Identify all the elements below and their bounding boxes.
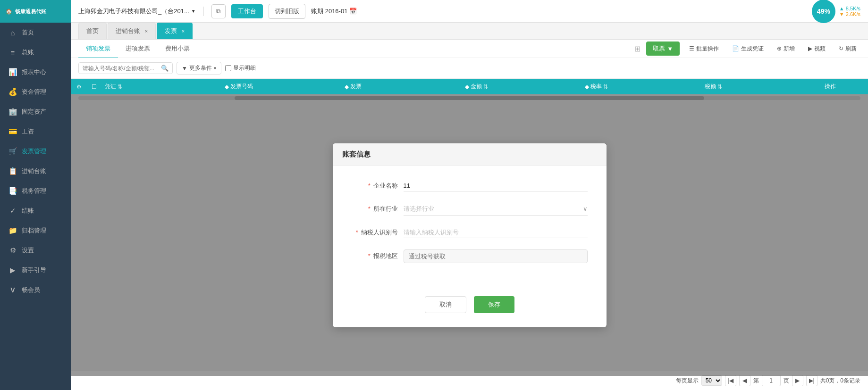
plus-icon: ⊕ bbox=[777, 45, 782, 52]
sort-icon-3: ⇅ bbox=[603, 83, 608, 90]
sidebar-item-purchase[interactable]: 📋 进销台账 bbox=[0, 161, 71, 181]
show-detail-checkbox[interactable]: 显示明细 bbox=[225, 64, 256, 72]
speed-up: ▲ 8.5K/s bbox=[839, 6, 860, 11]
col-voucher[interactable]: 凭证 ⇅ bbox=[105, 83, 221, 91]
topbar-copy-btn[interactable]: ⧉ bbox=[211, 4, 226, 18]
sort-icon: ⇅ bbox=[118, 83, 122, 90]
gen-voucher-button[interactable]: 📄 生成凭证 bbox=[728, 43, 767, 55]
save-button[interactable]: 保存 bbox=[474, 296, 514, 313]
switch-old-button[interactable]: 切到旧版 bbox=[269, 4, 305, 19]
per-page-select[interactable]: 50 bbox=[701, 375, 722, 386]
search-input[interactable] bbox=[83, 65, 161, 72]
col-invoice-no[interactable]: ◆ 发票号码 bbox=[225, 83, 341, 91]
subtab-expense[interactable]: 费用小票 bbox=[158, 40, 197, 58]
sidebar-item-label: 固定资产 bbox=[22, 108, 46, 116]
form-row-industry: * 所在行业 请选择行业 ∨ bbox=[352, 203, 588, 216]
total-info: 共0页，0条记录 bbox=[820, 377, 860, 385]
col-tax-rate[interactable]: ◆ 税率 ⇅ bbox=[585, 83, 701, 91]
content-area: 销项发票 进项发票 费用小票 ⊞ 取票 ▼ ☰ 批量操作 bbox=[71, 40, 868, 390]
sidebar-item-settings[interactable]: ⚙ 设置 bbox=[0, 241, 71, 260]
form-row-company: * 企业名称 bbox=[352, 180, 588, 191]
sidebar-item-reports[interactable]: 📊 报表中心 bbox=[0, 62, 71, 82]
tab-invoice[interactable]: 发票 × bbox=[157, 23, 193, 39]
gear-header-icon[interactable]: ⚙ bbox=[76, 83, 88, 90]
main-area: 上海卯金刀电子科技有限公司_（台201... ▼ ⧉ 工作台 切到旧版 账期 2… bbox=[71, 0, 868, 390]
per-page-label: 每页显示 bbox=[676, 377, 699, 385]
home-icon: ⌂ bbox=[8, 29, 17, 37]
col-tax-amount[interactable]: 税额 ⇅ bbox=[705, 83, 821, 91]
subtab-sales[interactable]: 销项发票 bbox=[78, 40, 118, 58]
arrow-icon-3: ◆ bbox=[465, 83, 469, 90]
company-selector[interactable]: 上海卯金刀电子科技有限公司_（台201... ▼ bbox=[78, 7, 196, 16]
sidebar-item-funds[interactable]: 💰 资金管理 bbox=[0, 82, 71, 102]
checkbox-header[interactable]: ☐ bbox=[92, 83, 101, 90]
new-button[interactable]: ⊕ 新增 bbox=[773, 43, 799, 55]
first-page-button[interactable]: |◀ bbox=[725, 375, 736, 386]
speed-indicator: 49% bbox=[812, 0, 835, 23]
subtab-purchase[interactable]: 进项发票 bbox=[118, 40, 158, 58]
archive-icon: 📁 bbox=[8, 226, 17, 235]
calendar-icon[interactable]: 📅 bbox=[349, 8, 357, 15]
col-invoice[interactable]: ◆ 发票 bbox=[345, 83, 461, 91]
period-label: 账期 bbox=[311, 7, 323, 16]
cancel-button[interactable]: 取消 bbox=[425, 296, 466, 313]
sidebar-item-tax[interactable]: 📑 税务管理 bbox=[0, 181, 71, 201]
sidebar-item-label: 设置 bbox=[22, 246, 34, 255]
last-page-button[interactable]: ▶| bbox=[806, 375, 817, 386]
batch-icon: ☰ bbox=[689, 45, 694, 52]
search-box[interactable]: 🔍 bbox=[78, 62, 173, 74]
modal-overlay: 账套信息 * 企业名称 * bbox=[71, 94, 868, 376]
sidebar-item-guide[interactable]: ▶ 新手引导 bbox=[0, 260, 71, 280]
reports-icon: 📊 bbox=[8, 68, 17, 76]
tabbar: 首页 进销台账 × 发票 × bbox=[71, 23, 868, 40]
voucher-icon: 📄 bbox=[732, 45, 739, 52]
sort-icon-2: ⇅ bbox=[483, 83, 488, 90]
label-industry: * 所在行业 bbox=[352, 205, 404, 213]
speed-stats: ▲ 8.5K/s ▼ 2.6K/s bbox=[839, 6, 860, 17]
ledger-icon: ≡ bbox=[8, 49, 17, 57]
sidebar-item-home[interactable]: ⌂ 首页 bbox=[0, 23, 71, 42]
company-name: 上海卯金刀电子科技有限公司_（台201... bbox=[78, 7, 189, 16]
settings-icon: ⚙ bbox=[8, 246, 17, 255]
filter-button[interactable]: ▼ 更多条件 ▾ bbox=[177, 62, 221, 75]
tab-purchase[interactable]: 进销台账 × bbox=[108, 23, 156, 39]
grid-icon[interactable]: ⊞ bbox=[634, 44, 640, 53]
tab-home[interactable]: 首页 bbox=[78, 23, 107, 39]
industry-select[interactable]: 请选择行业 ∨ bbox=[404, 203, 588, 216]
salary-icon: 💳 bbox=[8, 127, 17, 136]
form-row-tax-id: * 纳税人识别号 bbox=[352, 227, 588, 238]
page-number-input[interactable] bbox=[762, 375, 781, 386]
tab-purchase-label: 进销台账 bbox=[116, 27, 140, 34]
subtab-bar: 销项发票 进项发票 费用小票 ⊞ 取票 ▼ ☰ 批量操作 bbox=[71, 40, 868, 58]
get-ticket-button[interactable]: 取票 ▼ bbox=[646, 41, 680, 56]
tax-icon: 📑 bbox=[8, 187, 17, 195]
video-button[interactable]: ▶ 视频 bbox=[804, 43, 829, 55]
tab-invoice-close[interactable]: × bbox=[182, 28, 185, 34]
col-amount[interactable]: ◆ 金额 ⇅ bbox=[465, 83, 581, 91]
show-detail-check[interactable] bbox=[225, 65, 231, 71]
sidebar-item-label: 资金管理 bbox=[22, 88, 46, 96]
sidebar-item-salary[interactable]: 💳 工资 bbox=[0, 122, 71, 141]
sidebar-item-label: 税务管理 bbox=[22, 187, 46, 195]
prev-page-button[interactable]: ◀ bbox=[739, 375, 750, 386]
refresh-button[interactable]: ↻ 刷新 bbox=[835, 43, 860, 55]
workbench-button[interactable]: 工作台 bbox=[231, 4, 263, 18]
purchase-icon: 📋 bbox=[8, 167, 17, 175]
next-page-button[interactable]: ▶ bbox=[792, 375, 803, 386]
sidebar-item-invoice[interactable]: 🛒 发票管理 bbox=[0, 141, 71, 161]
required-star-2: * bbox=[368, 205, 371, 212]
sidebar-item-assets[interactable]: 🏢 固定资产 bbox=[0, 102, 71, 122]
sidebar-item-ledger[interactable]: ≡ 总账 bbox=[0, 42, 71, 62]
sidebar-item-member[interactable]: V 畅会员 bbox=[0, 280, 71, 300]
company-name-input[interactable] bbox=[404, 180, 588, 191]
dialog-title: 账套信息 bbox=[333, 143, 607, 166]
tax-id-input[interactable] bbox=[404, 227, 588, 238]
topbar: 上海卯金刀电子科技有限公司_（台201... ▼ ⧉ 工作台 切到旧版 账期 2… bbox=[71, 0, 868, 23]
tab-purchase-close[interactable]: × bbox=[145, 28, 148, 34]
batch-ops-button[interactable]: ☰ 批量操作 bbox=[685, 43, 723, 55]
sidebar-item-checkout[interactable]: ✓ 结账 bbox=[0, 201, 71, 221]
page-suffix: 页 bbox=[784, 377, 789, 385]
filter-icon: ▼ bbox=[182, 65, 187, 72]
sidebar-item-archive[interactable]: 📁 归档管理 bbox=[0, 221, 71, 241]
video-icon: ▶ bbox=[808, 45, 812, 52]
